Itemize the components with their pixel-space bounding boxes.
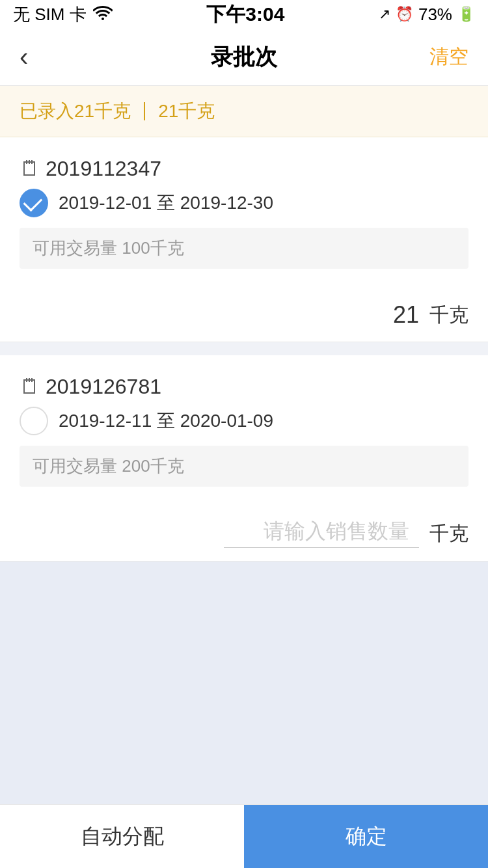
batch-date-row-2: 2019-12-11 至 2020-01-09 — [20, 407, 468, 435]
status-right: ↗ ⏰ 73% 🔋 — [379, 5, 475, 25]
info-banner: 已录入21千克 21千克 — [0, 86, 488, 137]
batch-quantity-row-1: 21 千克 — [0, 295, 488, 342]
batch-doc-icon-2: 🗒 — [20, 375, 40, 399]
battery-text: 73% — [418, 5, 452, 25]
confirm-button[interactable]: 确定 — [244, 805, 488, 868]
batch-checkbox-2[interactable] — [20, 407, 48, 435]
batch-available-1: 可用交易量 100千克 — [20, 228, 468, 269]
batch-item-2: 🗒 2019126781 2019-12-11 至 2020-01-09 可用交… — [0, 355, 488, 513]
batch-unit-2: 千克 — [429, 521, 468, 547]
batch-header-2: 🗒 2019126781 — [20, 375, 468, 399]
batch-quantity-row-2: 千克 — [0, 513, 488, 562]
status-left: 无 SIM 卡 — [13, 3, 113, 26]
nav-bar: ‹ 录批次 清空 — [0, 29, 488, 86]
batch-item-1: 🗒 2019112347 2019-12-01 至 2019-12-30 可用交… — [0, 137, 488, 295]
section-divider-1 — [0, 342, 488, 355]
batch-card-1: 🗒 2019112347 2019-12-01 至 2019-12-30 可用交… — [0, 137, 488, 342]
batch-checkbox-1[interactable] — [20, 189, 48, 217]
wifi-icon — [93, 5, 113, 25]
batch-quantity-value-1: 21 — [393, 301, 419, 329]
batch-date-row-1: 2019-12-01 至 2019-12-30 — [20, 189, 468, 217]
batch-id-1: 2019112347 — [46, 157, 161, 181]
banner-divider — [144, 102, 145, 120]
batch-available-2: 可用交易量 200千克 — [20, 446, 468, 487]
batch-quantity-unit-1: 千克 — [429, 302, 468, 329]
batch-quantity-input-2[interactable] — [224, 519, 419, 548]
page-title: 录批次 — [211, 42, 277, 72]
battery-icon: 🔋 — [457, 6, 475, 23]
batch-date-1: 2019-12-01 至 2019-12-30 — [59, 191, 273, 215]
location-icon: ↗ — [379, 6, 390, 23]
empty-area — [0, 562, 488, 822]
auto-distribute-button[interactable]: 自动分配 — [0, 805, 244, 868]
clear-button[interactable]: 清空 — [429, 44, 468, 70]
status-time: 下午3:04 — [206, 1, 284, 28]
total-amount: 21千克 — [158, 99, 215, 124]
bottom-bar: 自动分配 确定 — [0, 804, 488, 868]
back-button[interactable]: ‹ — [20, 42, 59, 72]
recorded-amount: 已录入21千克 — [20, 99, 131, 124]
no-sim-text: 无 SIM 卡 — [13, 3, 87, 26]
batch-id-2: 2019126781 — [46, 375, 161, 399]
batch-card-2: 🗒 2019126781 2019-12-11 至 2020-01-09 可用交… — [0, 355, 488, 562]
batch-doc-icon-1: 🗒 — [20, 157, 40, 181]
batch-header-1: 🗒 2019112347 — [20, 157, 468, 181]
alarm-icon: ⏰ — [396, 6, 413, 23]
batch-date-2: 2019-12-11 至 2020-01-09 — [59, 409, 273, 433]
status-bar: 无 SIM 卡 下午3:04 ↗ ⏰ 73% 🔋 — [0, 0, 488, 29]
